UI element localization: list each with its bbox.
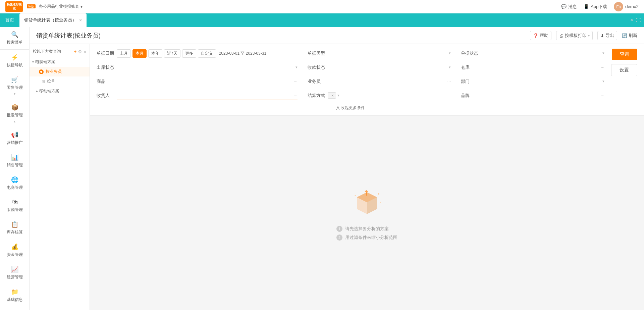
retail-icon: 🛒 bbox=[11, 76, 18, 84]
refresh-icon: 🔄 bbox=[622, 33, 627, 38]
sidebar-finance-label: 资金管理 bbox=[7, 252, 23, 258]
filter-date-col: 单据日期 上月 本月 本年 近7天 更多 自定义 2023-03-01 至 20… bbox=[97, 49, 298, 58]
print-button[interactable]: 🖨 按模板打印 ▾ bbox=[556, 31, 593, 40]
date-btn-7days[interactable]: 近7天 bbox=[164, 49, 180, 58]
date-label: 单据日期 bbox=[97, 50, 117, 56]
pc-scheme-group-header[interactable]: ▾ 电脑端方案 bbox=[30, 57, 90, 67]
sidebar-item-shortcut[interactable]: ⚡ 快捷导航 bbox=[0, 50, 29, 72]
help-button[interactable]: ❓ 帮助 bbox=[530, 31, 551, 40]
collapse-panel-icon[interactable]: « bbox=[84, 49, 86, 54]
sidebar-item-wholesale[interactable]: 📦 批发管理 ▴ bbox=[0, 100, 29, 127]
brand-select[interactable]: ··· bbox=[481, 91, 604, 100]
sidebar-item-system[interactable]: ⚙ 系统管理 bbox=[0, 307, 29, 310]
date-btn-more[interactable]: 更多 bbox=[182, 49, 196, 58]
department-label: 部门 bbox=[461, 79, 481, 85]
sidebar-sales-label: 销售管理 bbox=[7, 162, 23, 168]
date-btn-this-year[interactable]: 本年 bbox=[148, 49, 162, 58]
sidebar-item-retail[interactable]: 🛒 零售管理 ▾ bbox=[0, 72, 29, 100]
sidebar-item-basic[interactable]: 📁 基础信息 bbox=[0, 284, 29, 307]
home-tab[interactable]: 首页 bbox=[0, 13, 19, 27]
receiptstatus-label: 收款状态 bbox=[308, 64, 328, 70]
tab-close-icon[interactable]: × bbox=[79, 17, 82, 23]
outstatus-arrow-icon: ▾ bbox=[296, 65, 298, 69]
marketing-icon: 📢 bbox=[11, 131, 18, 139]
date-btn-last-month[interactable]: 上月 bbox=[117, 49, 131, 58]
consignee-input-wrapper: ··· bbox=[117, 91, 298, 100]
empty-tips: 1 请先选择要分析的方案 2 用过滤条件来缩小分析范围 bbox=[336, 226, 397, 241]
department-select[interactable]: ▾ bbox=[481, 77, 604, 86]
pc-scheme-group: ▾ 电脑端方案 按业务员 ⊞ 按单 bbox=[30, 57, 90, 86]
app-title-dropdown[interactable]: 办公用品行业模拟账套 ▾ bbox=[39, 4, 83, 9]
mobile-scheme-group: ▸ 移动端方案 bbox=[30, 86, 90, 96]
window-maximize-button[interactable]: ⛶ bbox=[636, 17, 641, 23]
date-btn-custom[interactable]: 自定义 bbox=[198, 49, 216, 58]
filter-brand-col: 品牌 ··· bbox=[461, 91, 604, 100]
mobile-scheme-group-header[interactable]: ▸ 移动端方案 bbox=[30, 86, 90, 96]
action-buttons: 查询 设置 bbox=[604, 49, 637, 115]
avatar-initials: Ea bbox=[616, 5, 621, 9]
sidebar-item-operations[interactable]: 📈 经营管理 bbox=[0, 262, 29, 284]
collapse-label: 收起更多条件 bbox=[341, 105, 365, 111]
mobile-scheme-group-label: 移动端方案 bbox=[39, 88, 59, 94]
consignee-input[interactable] bbox=[117, 92, 294, 99]
doctype-arrow-icon: ▾ bbox=[449, 51, 451, 55]
collapse-button[interactable]: ⋀ 收起更多条件 bbox=[336, 103, 365, 113]
sidebar-item-finance[interactable]: 💰 资金管理 bbox=[0, 239, 29, 262]
retail-expand-icon: ▾ bbox=[14, 92, 15, 96]
empty-tip-2-text: 用过滤条件来缩小分析范围 bbox=[345, 235, 397, 241]
date-btn-this-month[interactable]: 本月 bbox=[132, 49, 147, 58]
warehouse-select[interactable]: ··· bbox=[481, 63, 604, 72]
warehouse-dots-icon[interactable]: ··· bbox=[601, 65, 604, 70]
sidebar-item-sales[interactable]: 📊 销售管理 bbox=[0, 150, 29, 172]
sidebar-item-ecommerce[interactable]: 🌐 电商管理 bbox=[0, 172, 29, 195]
export-button[interactable]: ⬇ 导出 bbox=[597, 31, 617, 40]
payment-tag-close-icon[interactable]: × bbox=[331, 93, 334, 98]
settings-button[interactable]: 设置 bbox=[611, 64, 637, 76]
export-label: 导出 bbox=[605, 33, 614, 39]
doctype-select[interactable]: ▾ bbox=[328, 49, 451, 58]
salesperson-dots-icon[interactable]: ··· bbox=[447, 79, 451, 84]
add-scheme-icon[interactable]: + bbox=[74, 49, 76, 54]
app-download-button[interactable]: 📱 App下载 bbox=[584, 4, 607, 10]
message-button[interactable]: 💬 消息 bbox=[561, 4, 577, 10]
user-area[interactable]: Ea demo2 bbox=[614, 2, 639, 11]
purchase-icon: 🛍 bbox=[12, 199, 18, 206]
query-button[interactable]: 查询 bbox=[612, 49, 637, 60]
settings-scheme-icon[interactable]: ⚙ bbox=[78, 49, 82, 54]
help-icon: ❓ bbox=[533, 33, 538, 38]
tabbar: 首页 销货单统计表（按业务员） × × ⛶ bbox=[0, 13, 644, 27]
app-title-text: 办公用品行业模拟账套 bbox=[39, 4, 79, 9]
tip-num-1: 1 bbox=[336, 226, 342, 232]
docstatus-label: 单据状态 bbox=[461, 50, 481, 56]
brand-dots-icon[interactable]: ··· bbox=[601, 93, 604, 98]
sidebar-item-inventory[interactable]: 📋 库存核算 bbox=[0, 217, 29, 239]
consignee-dots-icon[interactable]: ··· bbox=[294, 93, 298, 98]
tabbar-right: × ⛶ bbox=[630, 17, 644, 23]
filter-salesperson-col: 业务员 ··· bbox=[308, 77, 451, 86]
right-content: 单据日期 上月 本月 本年 近7天 更多 自定义 2023-03-01 至 20… bbox=[90, 44, 644, 310]
window-close-button[interactable]: × bbox=[630, 17, 633, 23]
goods-dots-icon[interactable]: ··· bbox=[294, 79, 298, 84]
pc-scheme-group-label: 电脑端方案 bbox=[35, 59, 55, 65]
empty-tip-1-text: 请先选择要分析的方案 bbox=[345, 226, 389, 232]
payment-select[interactable]: × ▾ bbox=[328, 91, 451, 100]
sidebar-item-marketing[interactable]: 📢 营销推广 bbox=[0, 127, 29, 150]
refresh-button[interactable]: 🔄 刷新 bbox=[622, 31, 637, 40]
sidebar-item-search[interactable]: 🔍 搜索菜单 bbox=[0, 27, 29, 50]
sidebar-item-purchase[interactable]: 🛍 采购管理 bbox=[0, 195, 29, 217]
tree-item-order[interactable]: ⊞ 按单 bbox=[30, 76, 90, 86]
logo-text: 畅捷送好生意 bbox=[5, 3, 23, 10]
filter-receiptstatus-col: 收款状态 ▾ bbox=[308, 63, 451, 72]
outstatus-select[interactable]: ▾ bbox=[117, 63, 298, 72]
goods-select[interactable]: ··· bbox=[117, 77, 298, 86]
topbar-left: 畅捷送好生意 标版 办公用品行业模拟账套 ▾ bbox=[5, 1, 83, 12]
docstatus-select[interactable]: ▾ bbox=[481, 49, 604, 58]
active-tab[interactable]: 销货单统计表（按业务员） × bbox=[19, 13, 87, 27]
payment-label: 结算方式 bbox=[308, 93, 328, 99]
salesperson-select[interactable]: ··· bbox=[328, 77, 451, 86]
tree-item-salesperson[interactable]: 按业务员 bbox=[30, 67, 90, 76]
active-scheme-dot bbox=[39, 69, 44, 74]
phone-icon: 📱 bbox=[584, 4, 589, 9]
content-area: 销货单统计表(按业务员) ❓ 帮助 🖨 按模板打印 ▾ ⬇ 导出 🔄 刷新 bbox=[30, 27, 644, 310]
receiptstatus-select[interactable]: ▾ bbox=[328, 63, 451, 72]
